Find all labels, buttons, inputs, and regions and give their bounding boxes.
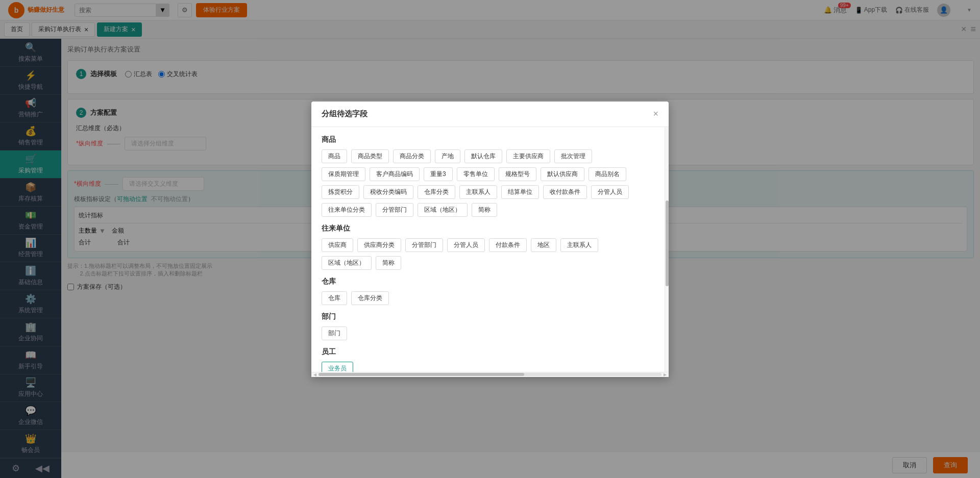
tag-default-warehouse[interactable]: 默认仓库 [464, 149, 502, 163]
tag-origin[interactable]: 产地 [435, 149, 460, 163]
tag-goods-type[interactable]: 商品类型 [351, 149, 389, 163]
tag-supplier-category[interactable]: 供应商分类 [357, 238, 401, 252]
tag-salesperson[interactable]: 业务员 [322, 362, 353, 372]
modal-dialog: 分组待选字段 × 商品 商品 商品类型 商品分类 产地 默认仓库 主要供应商 批… [311, 102, 669, 377]
tag-goods[interactable]: 商品 [322, 149, 347, 163]
section-warehouse: 仓库 [322, 277, 654, 286]
tag-region-partner[interactable]: 地区 [531, 238, 556, 252]
tag-tax-code[interactable]: 税收分类编码 [363, 185, 413, 199]
tag-spec-model[interactable]: 规格型号 [499, 167, 536, 181]
tag-expiry-mgmt[interactable]: 保质期管理 [322, 167, 365, 181]
goods-tags-3: 拣货积分 税收分类编码 仓库分类 主联系人 结算单位 收付款条件 分管人员 [322, 185, 654, 199]
tag-supervisor[interactable]: 分管人员 [591, 185, 629, 199]
tag-customer-code[interactable]: 客户商品编码 [370, 167, 420, 181]
modal-body: 商品 商品 商品类型 商品分类 产地 默认仓库 主要供应商 批次管理 保质期管理… [311, 127, 665, 372]
tag-goods-category[interactable]: 商品分类 [393, 149, 431, 163]
tag-warehouse-category[interactable]: 仓库分类 [418, 185, 455, 199]
h-scroll-thumb[interactable] [318, 373, 524, 376]
tag-payment-terms[interactable]: 收付款条件 [543, 185, 587, 199]
modal-header: 分组待选字段 × [311, 102, 669, 127]
section-dept: 部门 [322, 312, 654, 321]
tag-main-contact-partner[interactable]: 主联系人 [560, 238, 598, 252]
h-scroll-right-btn[interactable]: ▶ [664, 372, 667, 377]
modal-close-button[interactable]: × [653, 109, 658, 119]
v-scroll-thumb[interactable] [666, 200, 669, 286]
h-scrollbar: ◀ ▶ [311, 372, 669, 377]
v-scrollbar[interactable] [665, 127, 669, 372]
section-employee: 员工 [322, 347, 654, 357]
tag-abbr-partner[interactable]: 简称 [376, 256, 401, 270]
h-scroll-left-btn[interactable]: ◀ [313, 372, 316, 377]
modal-title: 分组待选字段 [322, 109, 368, 119]
partner-tags-2: 区域（地区） 简称 [322, 256, 654, 270]
tag-weight3[interactable]: 重量3 [424, 167, 453, 181]
tag-supplier[interactable]: 供应商 [322, 238, 353, 252]
tag-default-supplier[interactable]: 默认供应商 [541, 167, 584, 181]
tag-main-contact[interactable]: 主联系人 [459, 185, 497, 199]
tag-partner-category[interactable]: 往来单位分类 [322, 203, 372, 217]
tag-warehouse[interactable]: 仓库 [322, 291, 347, 305]
dept-tags: 部门 [322, 326, 654, 340]
warehouse-tags: 仓库 仓库分类 [322, 291, 654, 305]
tag-batch-mgmt[interactable]: 批次管理 [554, 149, 592, 163]
tag-dept[interactable]: 部门 [322, 326, 347, 340]
tag-person-partner[interactable]: 分管人员 [447, 238, 485, 252]
tag-abbr-goods[interactable]: 简称 [472, 203, 497, 217]
tag-region-district[interactable]: 区域（地区） [322, 256, 372, 270]
tag-settlement-unit[interactable]: 结算单位 [501, 185, 539, 199]
partner-tags: 供应商 供应商分类 分管部门 分管人员 付款条件 地区 主联系人 [322, 238, 654, 252]
tag-region[interactable]: 区域（地区） [418, 203, 468, 217]
tag-dept-partner[interactable]: 分管部门 [405, 238, 443, 252]
section-partner: 往来单位 [322, 224, 654, 233]
tag-dept-managed[interactable]: 分管部门 [376, 203, 413, 217]
tag-warehouse-cat[interactable]: 仓库分类 [351, 291, 389, 305]
goods-tags: 商品 商品类型 商品分类 产地 默认仓库 主要供应商 批次管理 [322, 149, 654, 163]
tag-goods-alias[interactable]: 商品别名 [589, 167, 626, 181]
h-scroll-track [318, 373, 662, 376]
tag-pick-points[interactable]: 拣货积分 [322, 185, 359, 199]
section-goods: 商品 [322, 135, 654, 144]
goods-tags-2: 保质期管理 客户商品编码 重量3 零售单位 规格型号 默认供应商 商品别名 [322, 167, 654, 181]
modal-overlay: 分组待选字段 × 商品 商品 商品类型 商品分类 产地 默认仓库 主要供应商 批… [0, 0, 980, 478]
goods-tags-4: 往来单位分类 分管部门 区域（地区） 简称 [322, 203, 654, 217]
tag-retail-unit[interactable]: 零售单位 [457, 167, 495, 181]
modal-content-area: 商品 商品 商品类型 商品分类 产地 默认仓库 主要供应商 批次管理 保质期管理… [311, 127, 669, 372]
employee-tags: 业务员 [322, 362, 654, 372]
tag-payment-cond[interactable]: 付款条件 [489, 238, 527, 252]
tag-main-supplier[interactable]: 主要供应商 [506, 149, 550, 163]
